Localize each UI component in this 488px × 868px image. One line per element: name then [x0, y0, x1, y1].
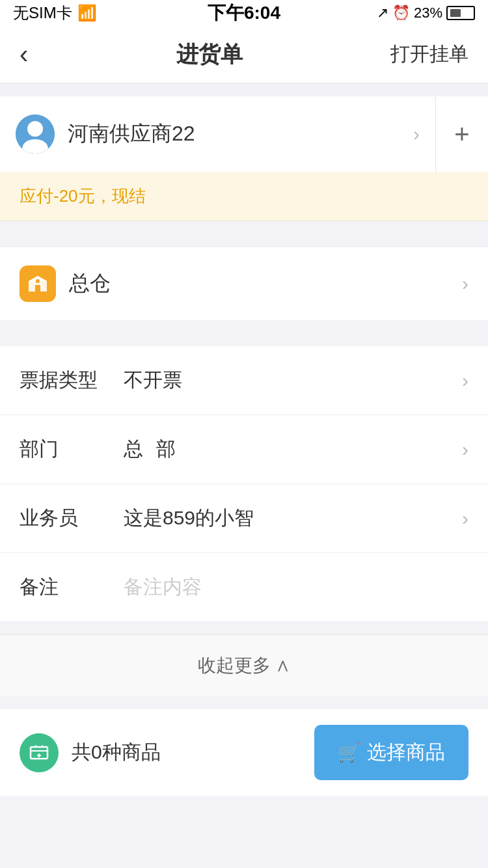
svg-point-4: [36, 279, 40, 283]
divider-1: [0, 221, 488, 234]
alarm-icon: ⏰: [392, 5, 410, 21]
salesman-row[interactable]: 业务员 这是859的小智 ›: [0, 484, 488, 553]
status-left: 无SIM卡 📶: [13, 3, 97, 23]
invoice-label: 票据类型: [20, 367, 111, 394]
supplier-section: 河南供应商22 › +: [0, 96, 488, 172]
salesman-chevron-icon: ›: [462, 508, 468, 530]
location-icon: ↗: [377, 5, 388, 21]
department-label: 部门: [20, 436, 111, 463]
warehouse-selector[interactable]: 总仓 ›: [0, 247, 488, 320]
status-bar: 无SIM卡 📶 下午6:04 ↗ ⏰ 23%: [0, 0, 488, 26]
product-count: 共0种商品: [72, 739, 314, 766]
remark-placeholder: 备注内容: [124, 574, 468, 601]
warehouse-icon: [20, 265, 56, 302]
form-section: 票据类型 不开票 › 部门 总 部 › 业务员 这是859的小智 › 备注 备注…: [0, 346, 488, 621]
remark-row[interactable]: 备注 备注内容: [0, 553, 488, 621]
collapse-label: 收起更多 ∧: [198, 653, 291, 678]
carrier-text: 无SIM卡: [13, 3, 72, 23]
svg-rect-3: [35, 285, 40, 292]
notice-text: 应付-20元，现结: [20, 186, 146, 206]
product-bar: 共0种商品 🛒 选择商品: [0, 709, 488, 796]
select-product-button[interactable]: 🛒 选择商品: [314, 725, 468, 780]
supplier-avatar: [16, 115, 55, 154]
status-time: 下午6:04: [208, 1, 280, 25]
open-pending-button[interactable]: 打开挂单: [390, 41, 468, 68]
supplier-name: 河南供应商22: [68, 120, 407, 148]
status-right: ↗ ⏰ 23%: [377, 5, 475, 21]
invoice-value: 不开票: [124, 367, 455, 394]
select-cart-icon: 🛒: [338, 742, 360, 763]
warehouse-name: 总仓: [69, 269, 455, 298]
select-product-label: 选择商品: [367, 739, 445, 766]
battery-indicator: [446, 6, 475, 20]
remark-label: 备注: [20, 574, 111, 601]
cart-icon: [20, 733, 59, 772]
divider-2: [0, 320, 488, 333]
add-supplier-button[interactable]: +: [436, 96, 488, 172]
back-button[interactable]: ‹: [20, 40, 28, 69]
nav-bar: ‹ 进货单 打开挂单: [0, 26, 488, 83]
warehouse-chevron-icon: ›: [462, 273, 468, 295]
battery-text: 23%: [414, 5, 442, 21]
salesman-value: 这是859的小智: [124, 505, 455, 532]
collapse-button[interactable]: 收起更多 ∧: [0, 634, 488, 696]
department-row[interactable]: 部门 总 部 ›: [0, 415, 488, 484]
page-title: 进货单: [176, 40, 243, 70]
department-chevron-icon: ›: [462, 439, 468, 461]
svg-point-1: [27, 121, 43, 137]
salesman-label: 业务员: [20, 505, 111, 532]
warehouse-section: 总仓 ›: [0, 247, 488, 320]
supplier-selector[interactable]: 河南供应商22 ›: [0, 96, 436, 172]
invoice-chevron-icon: ›: [462, 370, 468, 392]
top-divider: [0, 83, 488, 96]
supplier-chevron-icon: ›: [413, 123, 420, 145]
wifi-icon: 📶: [77, 4, 97, 22]
invoice-type-row[interactable]: 票据类型 不开票 ›: [0, 346, 488, 415]
notice-banner: 应付-20元，现结: [0, 172, 488, 221]
department-value: 总 部: [124, 436, 455, 463]
